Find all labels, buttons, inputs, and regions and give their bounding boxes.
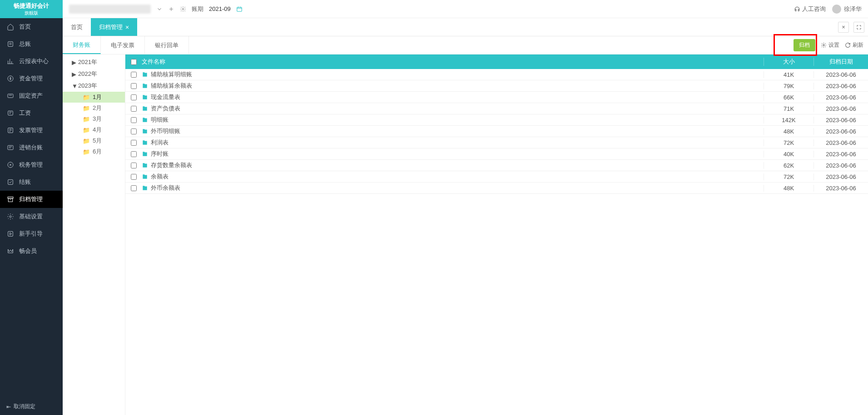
table-row[interactable]: 存货数量余额表62K2023-06-06: [125, 160, 868, 171]
tree-year-2023[interactable]: ▼2023年: [63, 80, 125, 92]
tree-month-2[interactable]: 📁2月: [63, 103, 125, 114]
table-row[interactable]: 现金流量表66K2023-06-06: [125, 92, 868, 103]
sidebar-item-invoice[interactable]: 发票管理: [0, 122, 63, 139]
sidebar-item-label: 发票管理: [19, 126, 43, 134]
file-name: 序时账: [151, 150, 169, 158]
table-row[interactable]: 资产负债表71K2023-06-06: [125, 103, 868, 114]
settings-button[interactable]: 设置: [821, 41, 839, 49]
row-checkbox[interactable]: [131, 72, 137, 78]
sidebar-item-purchase[interactable]: 进销台账: [0, 139, 63, 156]
sidebar-item-label: 工资: [19, 109, 31, 117]
row-checkbox[interactable]: [131, 163, 137, 168]
file-date: 2023-06-06: [813, 94, 868, 101]
tree-month-1[interactable]: 📁1月: [63, 92, 125, 103]
gear-icon[interactable]: [180, 6, 186, 12]
svg-rect-9: [8, 198, 12, 202]
chevron-down-icon[interactable]: [156, 6, 163, 12]
company-selector[interactable]: [69, 5, 151, 14]
sidebar-item-cloudreport[interactable]: 云报表中心: [0, 53, 63, 70]
file-date: 2023-06-06: [813, 139, 868, 146]
tree-month-3[interactable]: 📁3月: [63, 114, 125, 124]
table-row[interactable]: 明细账142K2023-06-06: [125, 114, 868, 126]
sidebar-item-guide[interactable]: 新手引导: [0, 225, 63, 242]
sidebar-unpin[interactable]: ⇤取消固定: [0, 398, 63, 415]
tree-month-5[interactable]: 📁5月: [63, 135, 125, 146]
file-date: 2023-06-06: [813, 162, 868, 169]
row-checkbox[interactable]: [131, 185, 137, 191]
table-row[interactable]: 外币明细账48K2023-06-06: [125, 126, 868, 137]
sidebar-item-member[interactable]: 畅会员: [0, 242, 63, 260]
sidebar-item-home[interactable]: 首页: [0, 18, 63, 35]
sidebar-item-fixedasset[interactable]: 固定资产: [0, 87, 63, 104]
plus-icon[interactable]: [168, 6, 174, 12]
sidebar-item-tax[interactable]: 税务管理: [0, 156, 63, 173]
file-size: 72K: [764, 173, 813, 180]
user-menu[interactable]: 徐泽华: [832, 5, 862, 14]
tab-archive[interactable]: 归档管理×: [91, 18, 137, 36]
file-size: 40K: [764, 151, 813, 158]
tab-home[interactable]: 首页: [63, 18, 91, 36]
folder-icon: 📁: [83, 148, 90, 155]
sidebar-item-archive[interactable]: 归档管理: [0, 191, 63, 208]
svg-rect-2: [8, 94, 13, 98]
fullscreen-button[interactable]: [853, 22, 864, 33]
subtab-einvoice[interactable]: 电子发票: [101, 36, 145, 54]
period-value[interactable]: 2021-09: [209, 5, 231, 12]
sidebar-item-closing[interactable]: 结账: [0, 173, 63, 191]
file-size: 72K: [764, 139, 813, 146]
row-checkbox[interactable]: [131, 83, 137, 89]
folder-icon: 📁: [83, 127, 90, 133]
close-all-button[interactable]: ×: [838, 22, 849, 33]
svg-point-10: [10, 216, 11, 217]
subtab-bankreceipt[interactable]: 银行回单: [145, 36, 189, 54]
refresh-button[interactable]: 刷新: [845, 41, 863, 49]
fund-icon: [6, 74, 15, 83]
svg-point-13: [182, 8, 184, 10]
table-row[interactable]: 辅助核算余额表79K2023-06-06: [125, 80, 868, 92]
table-row[interactable]: 利润表72K2023-06-06: [125, 137, 868, 148]
calendar-icon[interactable]: [236, 6, 243, 12]
table-header: 文件名称 大小 归档日期: [125, 54, 868, 69]
file-icon: [142, 151, 148, 157]
row-checkbox[interactable]: [131, 128, 137, 134]
file-date: 2023-06-06: [813, 128, 868, 135]
file-name: 辅助核算明细账: [151, 70, 192, 79]
table-row[interactable]: 辅助核算明细账41K2023-06-06: [125, 69, 868, 80]
table-row[interactable]: 外币余额表48K2023-06-06: [125, 183, 868, 194]
tree-month-6[interactable]: 📁6月: [63, 146, 125, 157]
row-checkbox[interactable]: [131, 140, 137, 146]
sidebar-item-fund[interactable]: 资金管理: [0, 70, 63, 87]
file-date: 2023-06-06: [813, 117, 868, 124]
chart-icon: [6, 57, 15, 65]
close-icon[interactable]: ×: [125, 24, 129, 31]
svg-rect-11: [8, 232, 13, 237]
row-checkbox[interactable]: [131, 94, 137, 100]
pin-icon: ⇤: [6, 404, 11, 410]
file-icon: [142, 128, 148, 134]
support-link[interactable]: 人工咨询: [794, 5, 826, 13]
archive-button[interactable]: 归档: [794, 39, 815, 51]
tree-year-2021[interactable]: ▶2021年: [63, 56, 125, 68]
row-checkbox[interactable]: [131, 106, 137, 112]
row-checkbox[interactable]: [131, 151, 137, 157]
row-checkbox[interactable]: [131, 174, 137, 180]
sidebar-item-label: 云报表中心: [19, 57, 49, 65]
svg-marker-12: [10, 232, 12, 235]
file-size: 62K: [764, 162, 813, 169]
sidebar-item-ledger[interactable]: 总账: [0, 35, 63, 53]
tree-year-label: 2022年: [78, 70, 97, 78]
row-checkbox[interactable]: [131, 117, 137, 123]
table-row[interactable]: 余额表72K2023-06-06: [125, 171, 868, 183]
sidebar-item-basesettings[interactable]: 基础设置: [0, 208, 63, 225]
sidebar-item-salary[interactable]: 工资: [0, 104, 63, 122]
tree-year-2022[interactable]: ▶2022年: [63, 68, 125, 80]
tree-month-4[interactable]: 📁4月: [63, 124, 125, 135]
table-row[interactable]: 序时账40K2023-06-06: [125, 148, 868, 160]
year-tree: ▶2021年 ▶2022年 ▼2023年 📁1月 📁2月 📁3月 📁4月 📁5月…: [63, 54, 125, 415]
subtab-finance[interactable]: 财务账: [63, 36, 101, 54]
select-all-checkbox[interactable]: [131, 59, 137, 65]
topbar: 账期 2021-09 人工咨询 徐泽华: [63, 0, 868, 18]
sidebar-item-label: 税务管理: [19, 161, 43, 169]
file-date: 2023-06-06: [813, 83, 868, 89]
svg-rect-7: [8, 180, 13, 185]
